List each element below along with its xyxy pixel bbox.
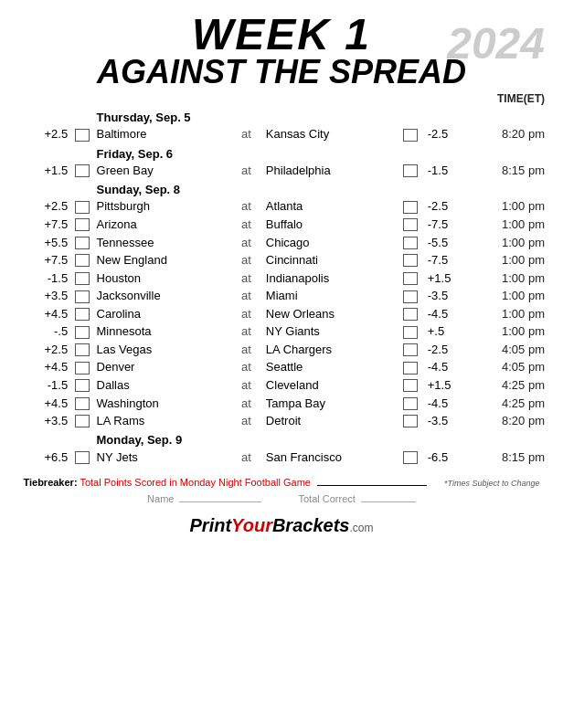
away-checkbox[interactable] (75, 218, 90, 231)
home-checkbox[interactable] (403, 415, 418, 427)
away-team: Arizona (97, 216, 228, 234)
home-checkbox[interactable] (403, 308, 418, 321)
home-checkbox-cell[interactable] (396, 358, 424, 376)
day-header-row: Monday, Sep. 9 (18, 429, 545, 448)
away-checkbox[interactable] (75, 308, 90, 321)
away-checkbox-cell[interactable] (68, 197, 96, 216)
home-checkbox[interactable] (403, 290, 418, 303)
away-checkbox-cell[interactable] (68, 322, 96, 341)
away-checkbox-cell[interactable] (68, 358, 96, 376)
home-checkbox-cell[interactable] (396, 216, 424, 234)
home-checkbox[interactable] (403, 343, 418, 356)
home-checkbox-cell[interactable] (396, 448, 424, 466)
home-checkbox-cell[interactable] (396, 394, 424, 412)
away-spread: +2.5 (18, 125, 68, 143)
away-checkbox[interactable] (75, 129, 90, 142)
away-checkbox-cell[interactable] (68, 287, 96, 305)
home-team: San Francisco (266, 448, 397, 466)
away-checkbox-cell[interactable] (68, 305, 96, 323)
game-time: 1:00 pm (477, 233, 545, 251)
home-checkbox[interactable] (403, 254, 418, 267)
at-separator: at (227, 125, 266, 143)
away-spread: +4.5 (18, 305, 68, 323)
away-checkbox-cell[interactable] (68, 251, 96, 269)
away-checkbox-cell[interactable] (68, 233, 96, 251)
away-checkbox[interactable] (75, 237, 90, 249)
home-checkbox[interactable] (403, 272, 418, 285)
away-checkbox[interactable] (75, 201, 90, 214)
day-header-row: Thursday, Sep. 5 (18, 107, 545, 125)
home-spread: -1.5 (425, 162, 477, 180)
home-checkbox[interactable] (403, 326, 418, 339)
home-checkbox[interactable] (403, 362, 418, 375)
home-team: NY Giants (266, 322, 397, 341)
table-row: +2.5 Pittsburgh at Atlanta -2.5 1:00 pm (18, 197, 545, 216)
at-separator: at (227, 287, 266, 305)
tiebreaker-line (317, 485, 427, 486)
away-spread: -1.5 (18, 376, 68, 395)
home-checkbox-cell[interactable] (396, 412, 424, 430)
brand-print: Print (190, 515, 232, 535)
away-team: Tennessee (97, 233, 228, 251)
away-checkbox-cell[interactable] (68, 341, 96, 359)
game-time: 1:00 pm (477, 287, 545, 305)
away-checkbox[interactable] (75, 164, 90, 177)
away-checkbox-cell[interactable] (68, 269, 96, 287)
home-checkbox-cell[interactable] (396, 125, 424, 143)
table-row: -1.5 Dallas at Cleveland +1.5 4:25 pm (18, 376, 545, 395)
away-checkbox-cell[interactable] (68, 162, 96, 180)
total-label: Total Correct (298, 493, 415, 504)
away-spread: +3.5 (18, 287, 68, 305)
away-spread: +6.5 (18, 448, 68, 466)
home-checkbox[interactable] (403, 237, 418, 249)
away-checkbox[interactable] (75, 272, 90, 285)
away-checkbox-cell[interactable] (68, 216, 96, 234)
home-checkbox[interactable] (403, 218, 418, 231)
at-separator: at (227, 412, 266, 430)
game-time: 8:20 pm (477, 412, 545, 430)
home-checkbox-cell[interactable] (396, 251, 424, 269)
home-checkbox[interactable] (403, 201, 418, 214)
away-checkbox[interactable] (75, 451, 90, 464)
home-team: Detroit (266, 412, 397, 430)
home-checkbox-cell[interactable] (396, 269, 424, 287)
away-checkbox[interactable] (75, 379, 90, 392)
home-checkbox-cell[interactable] (396, 162, 424, 180)
home-checkbox[interactable] (403, 397, 418, 410)
home-checkbox[interactable] (403, 129, 418, 142)
away-checkbox-cell[interactable] (68, 448, 96, 466)
home-checkbox-cell[interactable] (396, 287, 424, 305)
away-checkbox-cell[interactable] (68, 376, 96, 395)
home-team: Indianapolis (266, 269, 397, 287)
away-checkbox[interactable] (75, 397, 90, 410)
home-checkbox[interactable] (403, 379, 418, 392)
home-checkbox-cell[interactable] (396, 376, 424, 395)
away-team: Pittsburgh (97, 197, 228, 216)
at-separator: at (227, 341, 266, 359)
away-checkbox-cell[interactable] (68, 412, 96, 430)
home-spread: -2.5 (425, 125, 477, 143)
home-checkbox[interactable] (403, 164, 418, 177)
tiebreaker-text: Total Points Scored in Monday Night Foot… (80, 477, 311, 488)
at-separator: at (227, 197, 266, 216)
home-spread: -7.5 (425, 251, 477, 269)
home-checkbox-cell[interactable] (396, 322, 424, 341)
home-team: Cleveland (266, 376, 397, 395)
home-checkbox-cell[interactable] (396, 233, 424, 251)
away-checkbox-cell[interactable] (68, 394, 96, 412)
away-checkbox[interactable] (75, 290, 90, 303)
game-time: 8:20 pm (477, 125, 545, 143)
home-checkbox-cell[interactable] (396, 197, 424, 216)
game-time: 8:15 pm (477, 448, 545, 466)
away-checkbox[interactable] (75, 343, 90, 356)
away-team: Baltimore (97, 125, 228, 143)
away-checkbox[interactable] (75, 415, 90, 427)
away-checkbox[interactable] (75, 326, 90, 339)
home-checkbox-cell[interactable] (396, 305, 424, 323)
home-checkbox-cell[interactable] (396, 341, 424, 359)
away-checkbox-cell[interactable] (68, 125, 96, 143)
home-checkbox[interactable] (403, 451, 418, 464)
away-checkbox[interactable] (75, 362, 90, 375)
away-spread: +2.5 (18, 341, 68, 359)
away-checkbox[interactable] (75, 254, 90, 267)
